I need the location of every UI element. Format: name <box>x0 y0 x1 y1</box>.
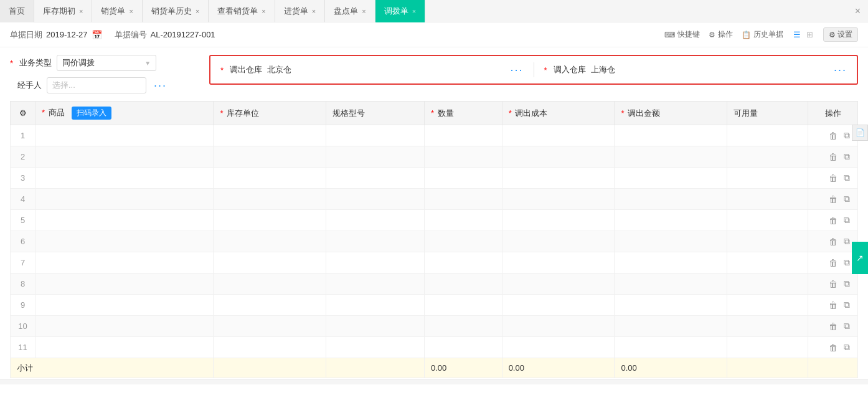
row-4-product[interactable] <box>35 189 214 210</box>
settings-button[interactable]: ⚙ 设置 <box>823 27 858 42</box>
row-2-product[interactable] <box>35 146 214 168</box>
row-5-product[interactable] <box>35 210 214 231</box>
row-7-delete-icon[interactable]: 🗑 <box>828 257 839 269</box>
date-group: 单据日期 2019-12-27 📅 <box>10 29 102 40</box>
warehouse-selection-box: * 调出仓库 北京仓 ··· * 调入仓库 上海仓 ··· <box>209 55 858 85</box>
col-operation: 操作 <box>808 102 858 125</box>
tab-transfer-close[interactable]: × <box>412 7 416 15</box>
row-6-delete-icon[interactable]: 🗑 <box>828 236 839 248</box>
handler-more-button[interactable]: ··· <box>154 79 167 92</box>
business-type-value: 同价调拨 <box>62 57 95 69</box>
subtotal-transfer-cost: 0.00 <box>502 358 615 378</box>
subtotal-transfer-amount: 0.00 <box>615 358 727 378</box>
tab-sales-history[interactable]: 销货单历史 × <box>143 0 209 22</box>
row-6-copy-icon[interactable]: ⧉ <box>842 235 851 248</box>
row-3-copy-icon[interactable]: ⧉ <box>842 171 851 184</box>
row-7-product[interactable] <box>35 252 214 274</box>
row-1-qty <box>424 125 502 146</box>
row-num-2: 2 <box>11 146 35 168</box>
row-10-product[interactable] <box>35 316 214 337</box>
tab-sales-order[interactable]: 销货单 × <box>92 0 142 22</box>
row-2-qty <box>424 146 502 168</box>
row-10-copy-icon[interactable]: ⧉ <box>842 320 851 333</box>
out-warehouse-more-button[interactable]: ··· <box>510 64 523 77</box>
toolbar-right: ⌨ 快捷键 ⚙ 操作 📋 历史单据 ☰ ⊞ ⚙ 设置 <box>664 27 858 42</box>
row-4-delete-icon[interactable]: 🗑 <box>828 193 839 206</box>
settings-label: 设置 <box>837 29 852 40</box>
tab-inventory-init[interactable]: 库存期初 × <box>34 0 92 22</box>
row-7-copy-icon[interactable]: ⧉ <box>842 256 851 269</box>
row-5-delete-icon[interactable]: 🗑 <box>828 214 839 227</box>
operations-button[interactable]: ⚙ 操作 <box>709 29 733 40</box>
row-11-copy-icon[interactable]: ⧉ <box>842 341 851 354</box>
tab-purchase-order-label: 进货单 <box>284 6 308 17</box>
quick-keys-button[interactable]: ⌨ 快捷键 <box>664 29 700 40</box>
row-2-delete-icon[interactable]: 🗑 <box>828 151 839 163</box>
row-3-product[interactable] <box>35 168 214 189</box>
tab-sales-order-close[interactable]: × <box>129 7 133 15</box>
out-warehouse-label: 调出仓库 <box>230 64 262 75</box>
items-table: ⚙ * 商品 扫码录入 * 库存单位 规格型号 * 数量 * <box>10 101 858 378</box>
in-warehouse-required: * <box>544 65 547 75</box>
tab-sales-history-label: 销货单历史 <box>151 6 192 17</box>
out-warehouse-value[interactable]: 北京仓 <box>267 64 291 75</box>
col-transfer-cost: * 调出成本 <box>502 102 615 125</box>
tab-inventory-check[interactable]: 盘点单 × <box>325 0 375 22</box>
table-wrapper: ⚙ * 商品 扫码录入 * 库存单位 规格型号 * 数量 * <box>0 101 868 378</box>
handler-select[interactable]: 选择... <box>47 77 146 93</box>
row-9-product[interactable] <box>35 295 214 316</box>
row-6-product[interactable] <box>35 231 214 252</box>
right-panel-export-button[interactable]: ↗ <box>852 242 868 274</box>
row-8-copy-icon[interactable]: ⧉ <box>842 277 851 290</box>
right-panel-doc-button[interactable]: 📄 <box>852 125 868 141</box>
form-left: * 业务类型 同价调拨 ▼ 经手人 选择... ··· <box>10 55 197 93</box>
row-9-copy-icon[interactable]: ⧉ <box>842 298 851 312</box>
in-warehouse-value[interactable]: 上海仓 <box>591 64 615 75</box>
layout-grid-icon[interactable]: ⊞ <box>804 30 814 40</box>
history-docs-button[interactable]: 📋 历史单据 <box>742 29 783 40</box>
tab-purchase-order[interactable]: 进货单 × <box>275 0 325 22</box>
row-2-copy-icon[interactable]: ⧉ <box>842 150 851 163</box>
tab-transfer-label: 调拨单 <box>384 6 408 17</box>
table-row: 10 🗑⧉ <box>11 316 858 337</box>
calendar-icon[interactable]: 📅 <box>92 30 102 40</box>
row-1-copy-icon[interactable]: ⧉ <box>842 129 851 142</box>
row-9-delete-icon[interactable]: 🗑 <box>828 299 839 312</box>
handler-label: 经手人 <box>10 80 42 91</box>
row-3-delete-icon[interactable]: 🗑 <box>828 172 839 184</box>
table-header: ⚙ * 商品 扫码录入 * 库存单位 规格型号 * 数量 * <box>11 102 858 125</box>
business-type-select[interactable]: 同价调拨 ▼ <box>57 55 156 71</box>
table-body: 1 🗑 ⧉ 2 <box>11 125 858 378</box>
row-num-1: 1 <box>11 125 35 146</box>
row-1-unit <box>214 125 326 146</box>
row-11-delete-icon[interactable]: 🗑 <box>828 341 839 354</box>
row-1-product[interactable] <box>35 125 214 146</box>
row-10-delete-icon[interactable]: 🗑 <box>828 320 839 333</box>
tab-purchase-order-close[interactable]: × <box>312 7 316 15</box>
tab-sales-history-close[interactable]: × <box>196 7 199 15</box>
row-8-product[interactable] <box>35 274 214 295</box>
horizontal-scrollbar[interactable] <box>0 379 868 384</box>
in-warehouse-more-button[interactable]: ··· <box>834 64 847 77</box>
history-docs-label: 历史单据 <box>753 29 783 40</box>
tab-home[interactable]: 首页 <box>0 0 34 22</box>
tab-transfer[interactable]: 调拨单 × <box>375 0 425 22</box>
right-panel: 📄 ↗ <box>852 125 868 274</box>
scan-input-button[interactable]: 扫码录入 <box>72 107 111 120</box>
tab-inventory-check-label: 盘点单 <box>334 6 358 17</box>
row-11-product[interactable] <box>35 337 214 358</box>
tab-inventory-init-close[interactable]: × <box>79 7 83 15</box>
row-8-delete-icon[interactable]: 🗑 <box>828 278 839 290</box>
row-4-copy-icon[interactable]: ⧉ <box>842 193 851 206</box>
tab-view-sales[interactable]: 查看销货单 × <box>209 0 275 22</box>
layout-list-icon[interactable]: ☰ <box>792 30 802 40</box>
row-5-copy-icon[interactable]: ⧉ <box>842 214 851 227</box>
col-available-qty: 可用量 <box>727 102 808 125</box>
row-1-delete-icon[interactable]: 🗑 <box>828 130 839 142</box>
table-row: 2 🗑 ⧉ <box>11 146 858 168</box>
col-settings[interactable]: ⚙ <box>11 102 35 125</box>
tab-view-sales-close[interactable]: × <box>262 7 265 15</box>
tab-inventory-check-close[interactable]: × <box>362 7 366 15</box>
date-value[interactable]: 2019-12-27 <box>46 30 88 39</box>
close-all-tabs-button[interactable]: × <box>852 3 863 19</box>
